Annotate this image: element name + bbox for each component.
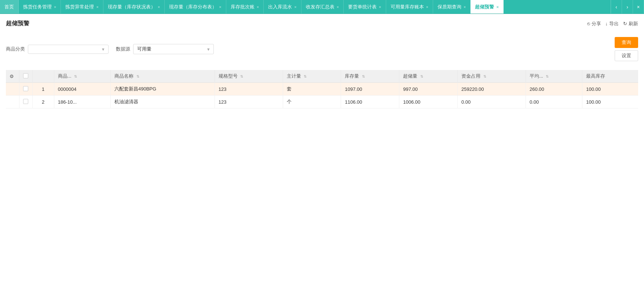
nav-tab-home[interactable]: 首页 (0, 0, 19, 14)
close-stock-status[interactable]: × (158, 5, 160, 9)
table-header-row: ⚙ 商品... ⇅ 商品名称 ⇅ 规格型号 ⇅ 主计量 (6, 70, 638, 83)
datasource-label: 数据源 (116, 46, 130, 52)
nav-tab-order-stat[interactable]: 要货单统计表 × (344, 0, 386, 14)
close-order-stat[interactable]: × (379, 5, 381, 9)
header-actions: ⎋ 分享 ↓ 导出 ↻ 刷新 (587, 21, 638, 27)
th-avg[interactable]: 平均... ⇅ (526, 70, 582, 83)
cell-sku-name: 机油滤清器 (110, 96, 215, 108)
th-gear[interactable]: ⚙ (6, 70, 19, 83)
cell-max-stock: 100.00 (582, 83, 638, 96)
filter-row: 商品分类 ▾ 数据源 可用量 ▾ 查询 设置 (6, 33, 638, 65)
sort-spec-icon: ⇅ (240, 74, 243, 78)
cell-avg: 0.00 (526, 96, 582, 108)
th-sku-code[interactable]: 商品... ⇅ (54, 70, 110, 83)
sort-stock-qty-icon: ⇅ (362, 74, 365, 78)
th-rownum (32, 70, 54, 83)
th-stock-qty[interactable]: 库存量 ⇅ (341, 70, 399, 83)
nav-tab-available-stock[interactable]: 可用量库存账本 × (386, 0, 433, 14)
datasource-value: 可用量 (137, 46, 151, 52)
cell-max-stock: 100.00 (582, 96, 638, 108)
th-max-stock[interactable]: 最高库存 (582, 70, 638, 83)
filter-buttons: 查询 设置 (615, 37, 638, 61)
close-abnormal[interactable]: × (96, 5, 98, 9)
cell-sku-code: 0000004 (54, 83, 110, 96)
query-button[interactable]: 查询 (615, 37, 638, 48)
category-select[interactable]: ▾ (28, 45, 109, 54)
nav-tab-collect-send[interactable]: 收发存汇总表 × (301, 0, 344, 14)
nav-close-arrow[interactable]: × (633, 0, 644, 14)
sort-over-qty-icon: ⇅ (420, 74, 423, 78)
nav-tab-stock-dist[interactable]: 现存量（库存分布表） × (165, 0, 226, 14)
close-overstock[interactable]: × (496, 5, 498, 9)
datasource-chevron-icon: ▾ (207, 47, 210, 52)
nav-arrows: ‹ › × (611, 0, 644, 14)
sort-unit-icon: ⇅ (304, 74, 307, 78)
close-quality[interactable]: × (464, 5, 466, 9)
th-capital[interactable]: 资金占用 ⇅ (457, 70, 526, 83)
sort-capital-icon: ⇅ (483, 74, 486, 78)
cell-gear (6, 83, 19, 96)
table-row[interactable]: 1 0000004 六配套新昌490BPG 123 套 1097.00 997.… (6, 83, 638, 96)
refresh-icon: ↻ (623, 21, 627, 26)
cell-capital: 0.00 (457, 96, 526, 108)
header-checkbox[interactable] (23, 73, 28, 78)
cell-over-qty: 997.00 (399, 83, 458, 96)
cell-stock-qty: 1097.00 (341, 83, 399, 96)
nav-tab-quality[interactable]: 保质期查询 × (433, 0, 471, 14)
cell-capital: 259220.00 (457, 83, 526, 96)
cell-over-qty: 1006.00 (399, 96, 458, 108)
share-icon: ⎋ (587, 21, 590, 26)
nav-prev-arrow[interactable]: ‹ (611, 0, 622, 14)
table-row[interactable]: 2 186-10... 机油滤清器 123 个 1106.00 1006.00 … (6, 96, 638, 108)
close-stock-dist[interactable]: × (219, 5, 221, 9)
chevron-down-icon: ▾ (102, 47, 105, 52)
nav-tab-inout-flow[interactable]: 出入库流水 × (264, 0, 301, 14)
close-batch[interactable]: × (257, 5, 259, 9)
datasource-filter: 数据源 可用量 ▾ (116, 44, 214, 54)
close-available-stock[interactable]: × (426, 5, 428, 9)
cell-spec: 123 (215, 96, 283, 108)
cell-unit: 个 (283, 96, 341, 108)
nav-tab-stock-status[interactable]: 现存量（库存状况表） × (103, 0, 165, 14)
datasource-select[interactable]: 可用量 ▾ (133, 44, 214, 54)
cell-rownum: 1 (32, 83, 54, 96)
th-spec[interactable]: 规格型号 ⇅ (215, 70, 283, 83)
nav-tab-task-mgmt[interactable]: 拣货任务管理 × (19, 0, 61, 14)
share-button[interactable]: ⎋ 分享 (587, 21, 601, 27)
cell-checkbox[interactable] (19, 96, 32, 108)
th-checkbox[interactable] (19, 70, 32, 83)
set-button[interactable]: 设置 (615, 50, 638, 61)
sort-sku-code-icon: ⇅ (74, 74, 77, 78)
close-task-mgmt[interactable]: × (54, 5, 56, 9)
row-checkbox[interactable] (23, 86, 28, 91)
sort-avg-icon: ⇅ (546, 74, 549, 78)
nav-tab-abnormal[interactable]: 拣货异常处理 × (61, 0, 103, 14)
th-over-qty[interactable]: 超储量 ⇅ (399, 70, 458, 83)
cell-checkbox[interactable] (19, 83, 32, 96)
nav-next-arrow[interactable]: › (622, 0, 633, 14)
category-filter: 商品分类 ▾ (6, 45, 109, 54)
close-collect-send[interactable]: × (337, 5, 339, 9)
refresh-button[interactable]: ↻ 刷新 (623, 21, 638, 27)
page-title: 超储预警 (6, 20, 29, 27)
export-icon: ↓ (605, 21, 608, 26)
top-nav: 首页 拣货任务管理 × 拣货异常处理 × 现存量（库存状况表） × 现存量（库存… (0, 0, 644, 14)
data-table: ⚙ 商品... ⇅ 商品名称 ⇅ 规格型号 ⇅ 主计量 (6, 70, 638, 108)
cell-avg: 260.00 (526, 83, 582, 96)
export-button[interactable]: ↓ 导出 (605, 21, 619, 27)
th-unit[interactable]: 主计量 ⇅ (283, 70, 341, 83)
cell-stock-qty: 1106.00 (341, 96, 399, 108)
cell-sku-name: 六配套新昌490BPG (110, 83, 215, 96)
nav-tab-batch[interactable]: 库存批次账 × (226, 0, 264, 14)
cell-rownum: 2 (32, 96, 54, 108)
th-sku-name[interactable]: 商品名称 ⇅ (110, 70, 215, 83)
close-inout-flow[interactable]: × (294, 5, 296, 9)
row-checkbox[interactable] (23, 99, 28, 104)
cell-spec: 123 (215, 83, 283, 96)
cell-sku-code: 186-10... (54, 96, 110, 108)
page-header: 超储预警 ⎋ 分享 ↓ 导出 ↻ 刷新 (6, 20, 638, 27)
category-label: 商品分类 (6, 46, 25, 52)
page-content: 超储预警 ⎋ 分享 ↓ 导出 ↻ 刷新 商品分类 ▾ 数据源 (0, 14, 644, 293)
sort-sku-name-icon: ⇅ (136, 74, 139, 78)
nav-tab-overstock[interactable]: 超储预警 × (471, 0, 503, 14)
